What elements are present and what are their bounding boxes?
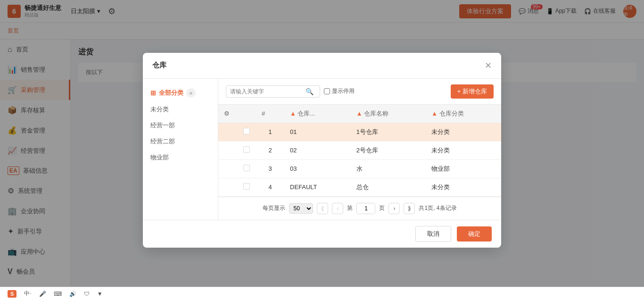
category-all[interactable]: ⊞ 全部分类 « <box>143 84 218 101</box>
row-checkbox[interactable] <box>237 159 256 178</box>
category-item-dept1[interactable]: 经营一部 <box>143 117 218 133</box>
row-name: 水 <box>351 159 426 178</box>
row-num: 1 <box>256 123 284 141</box>
data-toolbar: 🔍 显示停用 + 新增仓库 <box>218 79 501 105</box>
warehouse-modal: 仓库 ✕ ⊞ 全部分类 « 未分类 经营一部 经营二部 物业部 <box>143 53 501 248</box>
sort-icon-name: ▲ <box>356 110 363 117</box>
row-checkbox[interactable] <box>237 178 256 196</box>
show-disabled-wrap[interactable]: 显示停用 <box>324 87 355 95</box>
add-warehouse-button[interactable]: + 新增仓库 <box>451 84 494 99</box>
modal-overlay: 仓库 ✕ ⊞ 全部分类 « 未分类 经营一部 经营二部 物业部 <box>0 0 644 300</box>
arrow-icon[interactable]: ▼ <box>97 291 103 297</box>
th-code[interactable]: ▲ 仓库... <box>284 105 351 123</box>
sort-icon-cat: ▲ <box>431 110 438 117</box>
table-header: ⚙ # ▲ 仓库... ▲ 仓库名称 <box>218 105 501 123</box>
modal-close-button[interactable]: ✕ <box>485 60 492 71</box>
row-code: 03 <box>284 159 351 178</box>
data-panel: 🔍 显示停用 + 新增仓库 ⚙ <box>218 79 501 220</box>
row-num: 4 <box>256 178 284 196</box>
mic-icon[interactable]: 🎤 <box>39 291 46 297</box>
table-row[interactable]: 3 03 水 物业部 <box>218 159 501 178</box>
th-category[interactable]: ▲ 仓库分类 <box>426 105 501 123</box>
warehouse-table: ⚙ # ▲ 仓库... ▲ 仓库名称 <box>218 105 501 197</box>
page-label: 第 <box>347 204 353 212</box>
row-name: 1号仓库 <box>351 123 426 141</box>
category-item-uncat[interactable]: 未分类 <box>143 101 218 117</box>
collapse-button[interactable]: « <box>186 88 196 98</box>
per-page-select[interactable]: 50 10 20 100 <box>289 203 313 214</box>
show-disabled-checkbox[interactable] <box>324 88 330 94</box>
row-gear[interactable] <box>218 178 237 196</box>
last-page-button[interactable]: ⟫ <box>404 203 415 214</box>
sort-icon: ▲ <box>290 110 296 117</box>
table-row[interactable]: 4 DEFAULT 总仓 未分类 <box>218 178 501 196</box>
prev-page-button[interactable]: ‹ <box>332 203 343 214</box>
row-gear[interactable] <box>218 159 237 178</box>
th-num: # <box>256 105 284 123</box>
th-check <box>237 105 256 123</box>
all-category-label: 全部分类 <box>159 89 183 97</box>
row-code: 01 <box>284 123 351 141</box>
cancel-button[interactable]: 取消 <box>415 226 451 242</box>
confirm-button[interactable]: 确定 <box>457 226 492 242</box>
bottom-bar: S 中· 🎤 ⌨ 🔊 🛡 ▼ <box>0 287 644 300</box>
category-item-property[interactable]: 物业部 <box>143 150 218 166</box>
row-checkbox[interactable] <box>237 141 256 159</box>
search-wrap[interactable]: 🔍 <box>226 85 320 98</box>
grid-icon: ⊞ <box>150 89 156 97</box>
total-info: 共1页, 4条记录 <box>419 204 456 212</box>
show-disabled-label: 显示停用 <box>332 87 355 95</box>
page-suffix: 页 <box>379 204 385 212</box>
search-icon: 🔍 <box>305 88 314 95</box>
table-body: 1 01 1号仓库 未分类 2 02 2号仓库 <box>218 123 501 196</box>
row-name: 2号仓库 <box>351 141 426 159</box>
search-input[interactable] <box>230 88 305 95</box>
bottom-logo: S <box>8 290 17 298</box>
speaker-icon[interactable]: 🔊 <box>69 291 76 297</box>
row-num: 2 <box>256 141 284 159</box>
row-code: 02 <box>284 141 351 159</box>
row-category: 未分类 <box>426 178 501 196</box>
category-item-dept2[interactable]: 经营二部 <box>143 133 218 150</box>
bottom-label: 中· <box>24 290 31 298</box>
per-page-label: 每页显示 <box>263 204 285 212</box>
page-number-input[interactable] <box>356 203 375 214</box>
row-gear[interactable] <box>218 141 237 159</box>
th-name[interactable]: ▲ 仓库名称 <box>351 105 426 123</box>
category-panel: ⊞ 全部分类 « 未分类 经营一部 经营二部 物业部 <box>143 79 218 220</box>
row-category: 未分类 <box>426 123 501 141</box>
row-category: 物业部 <box>426 159 501 178</box>
first-page-button[interactable]: ⟪ <box>317 203 328 214</box>
pagination-bar: 每页显示 50 10 20 100 ⟪ ‹ 第 页 › ⟫ 共1页, 4条记录 <box>218 197 501 220</box>
row-name: 总仓 <box>351 178 426 196</box>
modal-footer: 取消 确定 <box>143 220 501 248</box>
row-code: DEFAULT <box>284 178 351 196</box>
keyboard-icon[interactable]: ⌨ <box>54 291 62 297</box>
row-gear[interactable] <box>218 123 237 141</box>
row-category: 未分类 <box>426 141 501 159</box>
shield-icon[interactable]: 🛡 <box>84 291 90 297</box>
table-container: ⚙ # ▲ 仓库... ▲ 仓库名称 <box>218 105 501 197</box>
modal-title: 仓库 <box>152 61 166 70</box>
modal-body: ⊞ 全部分类 « 未分类 经营一部 经营二部 物业部 🔍 <box>143 79 501 220</box>
row-checkbox[interactable] <box>237 123 256 141</box>
table-row[interactable]: 2 02 2号仓库 未分类 <box>218 141 501 159</box>
modal-header: 仓库 ✕ <box>143 53 501 79</box>
row-num: 3 <box>256 159 284 178</box>
table-row[interactable]: 1 01 1号仓库 未分类 <box>218 123 501 141</box>
th-gear[interactable]: ⚙ <box>218 105 237 123</box>
next-page-button[interactable]: › <box>388 203 400 214</box>
